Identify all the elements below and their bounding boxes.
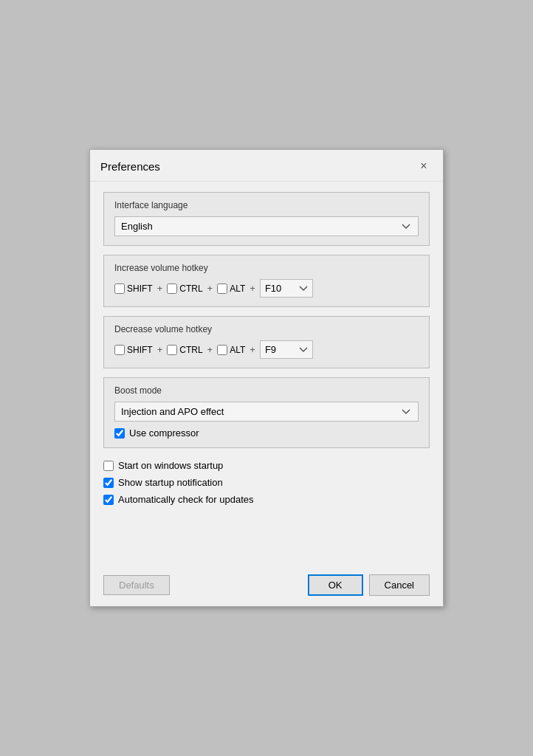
plus-1: + [157, 283, 163, 294]
increase-alt-label: ALT [230, 284, 245, 294]
decrease-plus-1: + [157, 344, 163, 355]
decrease-hotkey-row: SHIFT + CTRL + ALT + F1F2F3F4 F5F6F7F8 F… [114, 340, 419, 359]
title-bar: Preferences × [90, 150, 443, 182]
boost-mode-section: Boost mode Injection and APO effect Inje… [103, 377, 430, 448]
decrease-shift-checkbox[interactable] [114, 345, 125, 355]
increase-shift-label: SHIFT [127, 284, 153, 294]
decrease-alt-group: ALT [217, 345, 245, 355]
decrease-shift-label: SHIFT [127, 345, 153, 355]
boost-mode-label: Boost mode [114, 385, 419, 396]
decrease-alt-checkbox[interactable] [217, 345, 227, 355]
boost-mode-select[interactable]: Injection and APO effect Injection only … [114, 402, 419, 422]
dialog-title: Preferences [100, 160, 160, 173]
start-startup-label[interactable]: Start on windows startup [118, 460, 223, 471]
cancel-button[interactable]: Cancel [369, 574, 430, 596]
increase-alt-group: ALT [217, 284, 245, 294]
use-compressor-row: Use compressor [114, 427, 419, 439]
auto-update-checkbox[interactable] [103, 495, 114, 505]
increase-hotkey-row: SHIFT + CTRL + ALT + F1F2F3F4 F5F6F7F8 F… [114, 279, 419, 298]
show-notification-checkbox[interactable] [103, 478, 114, 488]
decrease-plus-2: + [207, 344, 213, 355]
start-startup-checkbox[interactable] [103, 461, 114, 471]
increase-ctrl-group: CTRL [167, 284, 202, 294]
increase-hotkey-label: Increase volume hotkey [114, 263, 419, 273]
plus-2: + [207, 283, 213, 294]
interface-language-label: Interface language [114, 200, 419, 210]
footer-right-buttons: OK Cancel [308, 574, 430, 596]
use-compressor-label[interactable]: Use compressor [129, 427, 199, 439]
language-select[interactable]: English Russian German French Spanish [114, 216, 419, 236]
increase-key-select[interactable]: F1F2F3F4 F5F6F7F8 F9F10F11F12 [260, 279, 313, 298]
ok-button[interactable]: OK [308, 574, 363, 596]
show-notification-row: Show startup notification [103, 477, 430, 488]
decrease-plus-3: + [250, 344, 255, 355]
decrease-hotkey-section: Decrease volume hotkey SHIFT + CTRL + AL… [103, 316, 430, 368]
decrease-hotkey-label: Decrease volume hotkey [114, 324, 419, 334]
auto-update-row: Automatically check for updates [103, 494, 430, 505]
increase-hotkey-section: Increase volume hotkey SHIFT + CTRL + AL… [103, 255, 430, 307]
use-compressor-checkbox[interactable] [114, 428, 125, 439]
decrease-ctrl-label: CTRL [179, 345, 202, 355]
startup-row: Start on windows startup [103, 460, 430, 471]
decrease-ctrl-group: CTRL [167, 345, 202, 355]
preferences-dialog: Preferences × Interface language English… [89, 149, 444, 607]
increase-shift-group: SHIFT [114, 284, 153, 294]
dialog-footer: Defaults OK Cancel [90, 567, 443, 606]
decrease-ctrl-checkbox[interactable] [167, 345, 177, 355]
show-notification-label[interactable]: Show startup notification [118, 477, 223, 488]
plus-3: + [250, 283, 255, 294]
decrease-alt-label: ALT [230, 345, 245, 355]
defaults-button[interactable]: Defaults [103, 575, 170, 595]
decrease-key-select[interactable]: F1F2F3F4 F5F6F7F8 F9F10F11F12 [260, 340, 313, 359]
auto-update-label[interactable]: Automatically check for updates [118, 494, 254, 505]
interface-language-section: Interface language English Russian Germa… [103, 192, 430, 246]
close-button[interactable]: × [415, 157, 433, 175]
decrease-shift-group: SHIFT [114, 345, 153, 355]
increase-ctrl-label: CTRL [179, 284, 202, 294]
increase-ctrl-checkbox[interactable] [167, 284, 177, 294]
increase-alt-checkbox[interactable] [217, 284, 227, 294]
standalone-checkboxes: Start on windows startup Show startup no… [103, 457, 430, 508]
dialog-body: Interface language English Russian Germa… [90, 182, 443, 567]
increase-shift-checkbox[interactable] [114, 284, 125, 294]
